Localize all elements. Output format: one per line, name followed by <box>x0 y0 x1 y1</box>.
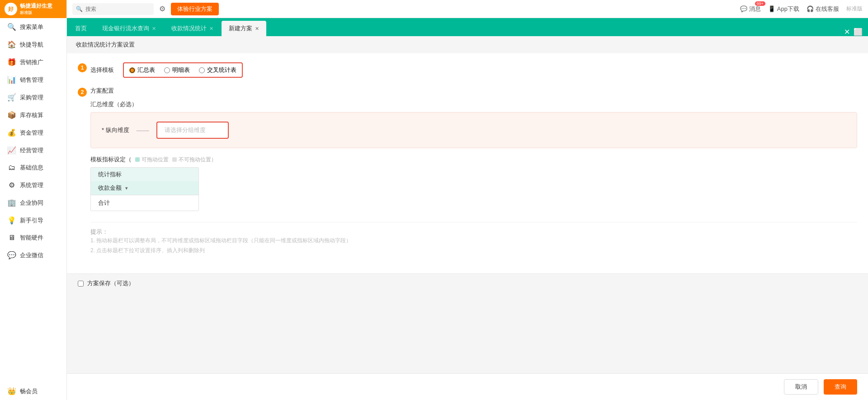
tab-close-receipt[interactable]: ✕ <box>209 26 213 32</box>
sidebar-item-operations[interactable]: 📈 经营管理 <box>0 141 66 159</box>
headset-icon: 🎧 <box>807 5 814 12</box>
movable-dot <box>135 157 140 162</box>
option-summary[interactable]: 汇总表 <box>129 66 155 74</box>
step1-content: 选择模板 汇总表 明细表 交叉统计表 <box>90 62 243 78</box>
option-detail[interactable]: 明细表 <box>164 66 190 74</box>
step2-num: 2 <box>78 88 87 97</box>
tab-close-new-plan[interactable]: ✕ <box>255 26 259 32</box>
footer-buttons: 取消 查询 <box>67 373 868 400</box>
tips-title: 提示： <box>90 228 108 235</box>
search-icon: 🔍 <box>7 23 16 31</box>
download-icon: 📱 <box>768 5 775 12</box>
radio-cross[interactable] <box>199 67 205 73</box>
page-title: 收款情况统计方案设置 <box>67 36 868 53</box>
folder-icon: 🗂 <box>7 164 16 172</box>
sidebar-item-enterprise[interactable]: 🏢 企业协同 <box>0 194 66 212</box>
option-cross[interactable]: 交叉统计表 <box>199 66 236 74</box>
sidebar-item-inventory[interactable]: 📦 库存核算 <box>0 106 66 124</box>
tab-receipt-stats[interactable]: 收款情况统计 ✕ <box>164 21 221 36</box>
step1-num: 1 <box>78 63 87 72</box>
metrics-total-cell: 合计 <box>91 195 198 211</box>
trending-icon: 📈 <box>7 146 16 155</box>
message-icon: 💬 <box>740 5 747 12</box>
logo-text: 畅捷通好生意 <box>20 2 52 10</box>
metrics-table-header: 统计指标 <box>91 168 198 181</box>
fixed-dot <box>172 157 177 162</box>
sidebar-logo: 好 畅捷通好生意 标准版 <box>0 0 66 18</box>
dimension-selector[interactable]: 请选择分组维度 <box>156 122 229 139</box>
sidebar-item-basic-info[interactable]: 🗂 基础信息 <box>0 159 66 176</box>
box-icon: 📦 <box>7 111 16 119</box>
topbar-search-icon: 🔍 <box>76 6 83 12</box>
tabs-actions: ✕ ⬜ <box>839 28 868 36</box>
dimension-title: 汇总维度（必选） <box>90 100 857 108</box>
tips-section: 提示： 1. 拖动标题栏可以调整布局，不可跨维度或指标区域拖动栏目字段（只能在同… <box>90 222 857 255</box>
fixed-indicator: 不可拖动位置） <box>172 156 217 164</box>
main-content: 🔍 ⚙ 体验行业方案 💬 消息 99+ 📱 App下载 🎧 在线客服 标准版 首… <box>67 0 868 400</box>
building-icon: 🏢 <box>7 198 16 207</box>
chat-icon: 💬 <box>7 251 16 259</box>
query-button[interactable]: 查询 <box>824 379 857 395</box>
form-container: 1 选择模板 汇总表 明细表 交叉统 <box>67 53 868 273</box>
topbar: 🔍 ⚙ 体验行业方案 💬 消息 99+ 📱 App下载 🎧 在线客服 标准版 <box>67 0 868 18</box>
sidebar-item-quick-nav[interactable]: 🏠 快捷导航 <box>0 36 66 53</box>
vertical-label: * 纵向维度 <box>102 126 129 134</box>
dimension-box: * 纵向维度 —— 请选择分组维度 <box>90 112 857 148</box>
close-window-icon[interactable]: ✕ <box>844 28 850 36</box>
metrics-title: 模板指标设定（ <box>90 155 132 164</box>
step1-label: 选择模板 <box>90 66 114 74</box>
sidebar: 好 畅捷通好生意 标准版 🔍 搜索菜单 🏠 快捷导航 🎁 营销推广 📊 销售管理… <box>0 0 67 400</box>
sidebar-item-search-menu[interactable]: 🔍 搜索菜单 <box>0 18 66 36</box>
industry-btn[interactable]: 体验行业方案 <box>171 3 219 15</box>
sidebar-item-finance[interactable]: 💰 资金管理 <box>0 124 66 141</box>
crown-icon: 👑 <box>7 387 16 395</box>
movable-indicator: 可拖动位置 <box>135 156 169 164</box>
download-link[interactable]: 📱 App下载 <box>768 5 799 13</box>
logo-icon: 好 <box>5 3 17 15</box>
sidebar-item-sales[interactable]: 📊 销售管理 <box>0 71 66 89</box>
tab-new-plan[interactable]: 新建方案 ✕ <box>222 21 266 36</box>
settings-icon[interactable]: ⚙ <box>159 5 165 13</box>
radio-detail[interactable] <box>164 67 170 73</box>
step-1: 1 选择模板 汇总表 明细表 交叉统 <box>78 62 857 78</box>
metrics-dropdown-row[interactable]: 收款金额 ▾ <box>91 181 198 195</box>
tab-bar: 首页 现金银行流水查询 ✕ 收款情况统计 ✕ 新建方案 ✕ ✕ ⬜ <box>67 18 868 36</box>
radio-summary[interactable] <box>129 67 135 73</box>
topbar-search[interactable]: 🔍 <box>72 3 154 15</box>
metrics-table: 统计指标 收款金额 ▾ 合计 <box>90 167 199 211</box>
sidebar-item-guide[interactable]: 💡 新手引导 <box>0 212 66 229</box>
tab-cashflow[interactable]: 现金银行流水查询 ✕ <box>95 21 163 36</box>
sidebar-item-purchase[interactable]: 🛒 采购管理 <box>0 89 66 106</box>
notification-badge[interactable]: 💬 消息 99+ <box>740 5 761 13</box>
sidebar-item-hardware[interactable]: 🖥 智能硬件 <box>0 229 66 246</box>
template-options: 汇总表 明细表 交叉统计表 <box>123 62 243 78</box>
step-2: 2 方案配置 汇总维度（必选） * 纵向维度 —— 请选择分组维度 <box>78 87 857 255</box>
sidebar-item-wechat[interactable]: 💬 企业微信 <box>0 246 66 264</box>
logo-tag: 标准版 <box>20 10 52 16</box>
metrics-hint-row: 模板指标设定（ 可拖动位置 不可拖动位置） <box>90 155 857 164</box>
dimension-config: 汇总维度（必选） * 纵向维度 —— 请选择分组维度 <box>90 100 857 255</box>
cancel-button[interactable]: 取消 <box>784 379 818 395</box>
user-name: 标准版 <box>846 5 863 13</box>
metrics-section: 模板指标设定（ 可拖动位置 不可拖动位置） <box>90 155 857 255</box>
monitor-icon: 🖥 <box>7 234 16 242</box>
money-icon: 💰 <box>7 128 16 137</box>
chevron-down-icon: ▾ <box>125 185 128 191</box>
service-link[interactable]: 🎧 在线客服 <box>807 5 839 13</box>
bulb-icon: 💡 <box>7 216 16 225</box>
gift-icon: 🎁 <box>7 58 16 66</box>
sidebar-item-marketing[interactable]: 🎁 营销推广 <box>0 53 66 71</box>
save-checkbox[interactable] <box>78 281 84 287</box>
search-input[interactable] <box>85 6 149 12</box>
tips-line-2: 2. 点击标题栏下拉可设置排序、插入列和删除列 <box>90 246 857 256</box>
tab-close-cashflow[interactable]: ✕ <box>152 26 156 32</box>
tips-line-1: 1. 拖动标题栏可以调整布局，不可跨维度或指标区域拖动栏目字段（只能在同一维度或… <box>90 236 857 246</box>
topbar-right: 💬 消息 99+ 📱 App下载 🎧 在线客服 标准版 <box>740 5 863 13</box>
arrow-icon: —— <box>137 127 149 134</box>
maximize-icon[interactable]: ⬜ <box>854 28 863 36</box>
save-section: 方案保存（可选） <box>67 273 868 293</box>
chart-icon: 📊 <box>7 75 16 84</box>
sidebar-item-system[interactable]: ⚙ 系统管理 <box>0 176 66 194</box>
tab-home[interactable]: 首页 <box>68 21 94 36</box>
sidebar-item-member[interactable]: 👑 畅会员 <box>0 382 66 400</box>
